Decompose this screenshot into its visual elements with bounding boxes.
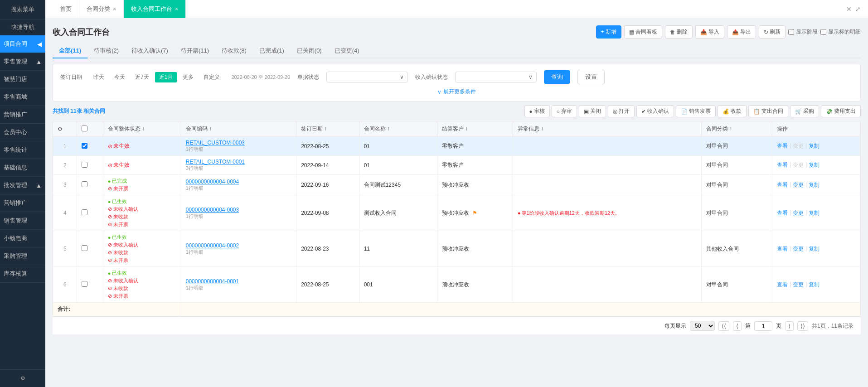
row-checkbox-cell[interactable] (77, 175, 103, 195)
row-checkbox[interactable] (82, 143, 87, 149)
change-link[interactable]: 变更 (793, 281, 804, 289)
doc-status-select[interactable]: ∨ (326, 72, 408, 82)
view-link[interactable]: 查看 (777, 181, 788, 189)
view-link[interactable]: 查看 (777, 209, 788, 217)
contract-link[interactable]: 0000000000004-0004 (186, 179, 291, 185)
filter-tab-pending-collect[interactable]: 待收款(8) (215, 44, 253, 58)
export-button[interactable]: 📤 导出 (727, 25, 756, 39)
col-customer[interactable]: 结算客户 ↑ (437, 121, 513, 137)
sidebar-item-purchase-mgmt[interactable]: 采购管理 (0, 247, 45, 265)
col-code[interactable]: 合同编码 ↑ (181, 121, 296, 137)
show-details-checkbox[interactable]: 显示标的明细 (820, 28, 861, 36)
filter-tab-changed[interactable]: 已变更(4) (328, 44, 366, 58)
expand-conditions-btn[interactable]: ∨ 展开更多条件 (437, 88, 476, 96)
copy-link[interactable]: 复制 (809, 142, 820, 150)
purchase-button[interactable]: 🛒采购 (790, 105, 819, 117)
sidebar-item-marketing[interactable]: 营销推广 (0, 106, 45, 124)
view-link[interactable]: 查看 (777, 161, 788, 169)
date-more[interactable]: 更多 (179, 72, 198, 82)
set-button[interactable]: 设置 (577, 70, 605, 84)
row-checkbox-cell[interactable] (77, 195, 103, 231)
sidebar-item-basic-info[interactable]: 基础信息 (0, 159, 45, 177)
change-link[interactable]: 变更 (793, 245, 804, 253)
filter-tab-pending-invoice[interactable]: 待开票(11) (175, 44, 215, 58)
expense-button[interactable]: 💸费用支出 (821, 105, 861, 117)
close-contract-button[interactable]: ▣关闭 (579, 105, 606, 117)
sidebar-item-ecommerce[interactable]: 小畅电商 (0, 230, 45, 247)
sidebar-quick-nav[interactable]: 快捷导航 (0, 19, 45, 35)
contract-link[interactable]: 0000000000004-0002 (186, 242, 291, 249)
row-checkbox[interactable] (82, 209, 87, 215)
copy-link[interactable]: 复制 (809, 245, 820, 253)
per-page-select[interactable]: 50 20 100 (690, 321, 715, 331)
income-confirm-button[interactable]: ✔收入确认 (636, 105, 674, 117)
tab-home[interactable]: 首页 (53, 0, 79, 18)
new-button[interactable]: + 新增 (596, 25, 621, 39)
income-confirm-select[interactable]: ∨ (455, 72, 537, 82)
row-checkbox[interactable] (82, 181, 87, 187)
open-button[interactable]: ◎打开 (608, 105, 635, 117)
sidebar-item-sales-mgmt[interactable]: 销售管理 (0, 212, 45, 230)
filter-tab-all[interactable]: 全部(11) (53, 44, 87, 58)
show-stage-checkbox[interactable]: 显示阶段 (788, 28, 818, 36)
date-1month[interactable]: 近1月 (155, 72, 177, 82)
sales-invoice-button[interactable]: 📄销售发票 (676, 105, 716, 117)
col-checkbox[interactable] (77, 121, 103, 137)
import-button[interactable]: 📥 导入 (695, 25, 724, 39)
page-number-input[interactable] (754, 321, 772, 331)
query-button[interactable]: 查询 (544, 70, 570, 84)
filter-tab-pending-review[interactable]: 待审核(2) (87, 44, 125, 58)
filter-tab-pending-confirm[interactable]: 待收入确认(7) (125, 44, 175, 58)
view-link[interactable]: 查看 (777, 142, 788, 150)
row-checkbox[interactable] (82, 162, 87, 168)
sidebar-item-retail-stats[interactable]: 零售统计 (0, 141, 45, 159)
col-settings[interactable]: ⚙ (53, 121, 77, 137)
row-checkbox[interactable] (82, 245, 87, 251)
sidebar-settings[interactable]: ⚙ (0, 369, 45, 387)
change-link[interactable]: 变更 (793, 142, 804, 150)
col-warning[interactable]: 异常信息 ↑ (513, 121, 701, 137)
filter-tab-completed[interactable]: 已完成(1) (253, 44, 291, 58)
refresh-button[interactable]: ↻ 刷新 (759, 25, 786, 39)
sidebar-item-wholesale-mgmt[interactable]: 批发管理 ▲ (0, 177, 45, 194)
change-link[interactable]: 变更 (793, 209, 804, 217)
date-7days[interactable]: 近7天 (131, 72, 153, 82)
copy-link[interactable]: 复制 (809, 209, 820, 217)
sidebar-item-project-contract[interactable]: 项目合同 ◀ (0, 35, 45, 53)
sidebar-item-retail-mgmt[interactable]: 零售管理 ▲ (0, 53, 45, 71)
window-maximize-btn[interactable]: ⤢ (855, 5, 861, 13)
row-checkbox[interactable] (82, 281, 87, 287)
select-all-checkbox[interactable] (82, 126, 87, 131)
col-category[interactable]: 合同分类 ↑ (701, 121, 772, 137)
window-close-btn[interactable]: ✕ (846, 5, 852, 13)
sidebar-item-inventory[interactable]: 库存核算 (0, 265, 45, 283)
view-link[interactable]: 查看 (777, 281, 788, 289)
row-checkbox-cell[interactable] (77, 156, 103, 175)
row-checkbox-cell[interactable] (77, 267, 103, 303)
copy-link[interactable]: 复制 (809, 281, 820, 289)
tab-close-icon[interactable]: × (113, 0, 116, 18)
contract-link[interactable]: RETAIL_CUSTOM-0003 (186, 140, 291, 146)
row-checkbox-cell[interactable] (77, 137, 103, 156)
first-page-btn[interactable]: ⟨⟨ (718, 321, 729, 331)
date-today[interactable]: 今天 (110, 72, 129, 82)
sidebar-item-smart-store[interactable]: 智慧门店 (0, 71, 45, 88)
outcome-contract-button[interactable]: 📋支出合同 (748, 105, 788, 117)
col-status[interactable]: 合同整体状态 ↑ (103, 121, 181, 137)
change-link[interactable]: 变更 (793, 161, 804, 169)
copy-link[interactable]: 复制 (809, 161, 820, 169)
tab-contract-category[interactable]: 合同分类 × (79, 0, 124, 18)
sidebar-item-marketing2[interactable]: 营销推广 (0, 194, 45, 212)
next-page-btn[interactable]: ⟩ (785, 321, 794, 331)
contract-link[interactable]: RETAIL_CUSTOM-0001 (186, 159, 291, 165)
contract-link[interactable]: 0000000000004-0001 (186, 278, 291, 285)
date-yesterday[interactable]: 昨天 (89, 72, 108, 82)
collect-button[interactable]: 💰收款 (718, 105, 747, 117)
col-name[interactable]: 合同名称 ↑ (359, 121, 437, 137)
contract-board-button[interactable]: ▦ 合同看板 (624, 25, 662, 39)
change-link[interactable]: 变更 (793, 181, 804, 189)
tab-active-close-icon[interactable]: × (175, 0, 178, 18)
contract-link[interactable]: 0000000000004-0003 (186, 207, 291, 213)
date-custom[interactable]: 自定义 (199, 72, 224, 82)
last-page-btn[interactable]: ⟩⟩ (797, 321, 808, 331)
